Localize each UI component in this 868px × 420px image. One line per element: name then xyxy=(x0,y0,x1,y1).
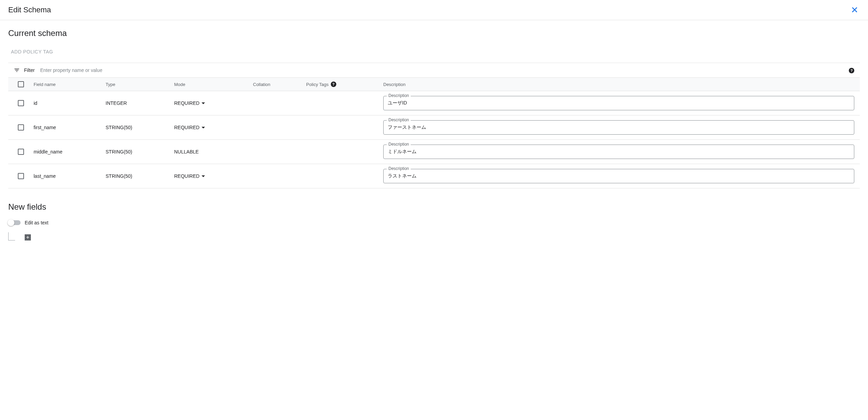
dialog-title: Edit Schema xyxy=(8,5,51,14)
edit-as-text-row: Edit as text xyxy=(8,220,860,225)
add-field-button[interactable]: + xyxy=(25,234,31,240)
chevron-down-icon xyxy=(202,127,205,128)
field-name: first_name xyxy=(34,125,106,130)
row-checkbox[interactable] xyxy=(18,149,24,155)
description-legend: Description xyxy=(387,166,411,171)
add-policy-tag-button[interactable]: ADD POLICY TAG xyxy=(8,46,860,63)
mode-value: REQUIRED xyxy=(174,173,200,179)
description-input[interactable] xyxy=(383,96,854,110)
table-row: id INTEGER REQUIRED Description xyxy=(8,91,860,115)
add-field-row: + xyxy=(8,232,860,240)
help-icon[interactable]: ? xyxy=(849,67,854,73)
row-checkbox[interactable] xyxy=(18,100,24,106)
field-name: last_name xyxy=(34,173,106,179)
header-description: Description xyxy=(383,82,860,87)
dialog-content: Current schema ADD POLICY TAG Filter ? F… xyxy=(0,20,868,249)
mode-select[interactable]: REQUIRED xyxy=(174,100,205,106)
field-type: STRING(50) xyxy=(106,149,174,155)
filter-input[interactable] xyxy=(40,67,854,73)
row-checkbox[interactable] xyxy=(18,173,24,179)
description-field-wrap: Description xyxy=(383,169,854,183)
filter-bar: Filter ? xyxy=(8,63,860,77)
header-mode: Mode xyxy=(174,82,253,87)
chevron-down-icon xyxy=(202,102,205,104)
field-name: id xyxy=(34,100,106,106)
field-type: STRING(50) xyxy=(106,173,174,179)
header-type: Type xyxy=(106,82,174,87)
mode-select[interactable]: REQUIRED xyxy=(174,173,205,179)
close-icon[interactable]: ✕ xyxy=(849,4,860,16)
select-all-checkbox[interactable] xyxy=(18,81,24,87)
header-policy-tags-label: Policy Tags xyxy=(306,82,329,87)
header-collation: Collation xyxy=(253,82,306,87)
filter-label: Filter xyxy=(24,67,35,73)
toggle-knob xyxy=(8,219,14,226)
new-fields-title: New fields xyxy=(8,202,860,212)
description-input[interactable] xyxy=(383,120,854,135)
description-input[interactable] xyxy=(383,169,854,183)
table-row: last_name STRING(50) REQUIRED Descriptio… xyxy=(8,164,860,188)
mode-value: REQUIRED xyxy=(174,125,200,130)
field-type: STRING(50) xyxy=(106,125,174,130)
mode-value: NULLABLE xyxy=(174,149,199,155)
table-row: middle_name STRING(50) NULLABLE Descript… xyxy=(8,140,860,164)
field-name: middle_name xyxy=(34,149,106,155)
table-header: Field name Type Mode Collation Policy Ta… xyxy=(8,77,860,91)
table-row: first_name STRING(50) REQUIRED Descripti… xyxy=(8,115,860,140)
field-type: INTEGER xyxy=(106,100,174,106)
description-field-wrap: Description xyxy=(383,120,854,135)
header-policy-tags: Policy Tags ? xyxy=(306,82,383,87)
description-field-wrap: Description xyxy=(383,145,854,159)
help-icon[interactable]: ? xyxy=(331,82,336,87)
description-field-wrap: Description xyxy=(383,96,854,110)
dialog-header: Edit Schema ✕ xyxy=(0,0,868,20)
edit-as-text-label: Edit as text xyxy=(25,220,48,225)
description-legend: Description xyxy=(387,142,411,147)
filter-icon xyxy=(14,67,20,73)
new-fields-section: New fields Edit as text + xyxy=(8,202,860,240)
description-input[interactable] xyxy=(383,145,854,159)
mode-select[interactable]: REQUIRED xyxy=(174,125,205,130)
row-checkbox[interactable] xyxy=(18,124,24,131)
header-field-name: Field name xyxy=(34,82,106,87)
mode-value: REQUIRED xyxy=(174,100,200,106)
description-legend: Description xyxy=(387,118,411,122)
tree-bracket xyxy=(8,232,15,240)
description-legend: Description xyxy=(387,93,411,98)
chevron-down-icon xyxy=(202,175,205,177)
current-schema-title: Current schema xyxy=(8,28,860,38)
edit-as-text-toggle[interactable] xyxy=(8,220,21,225)
